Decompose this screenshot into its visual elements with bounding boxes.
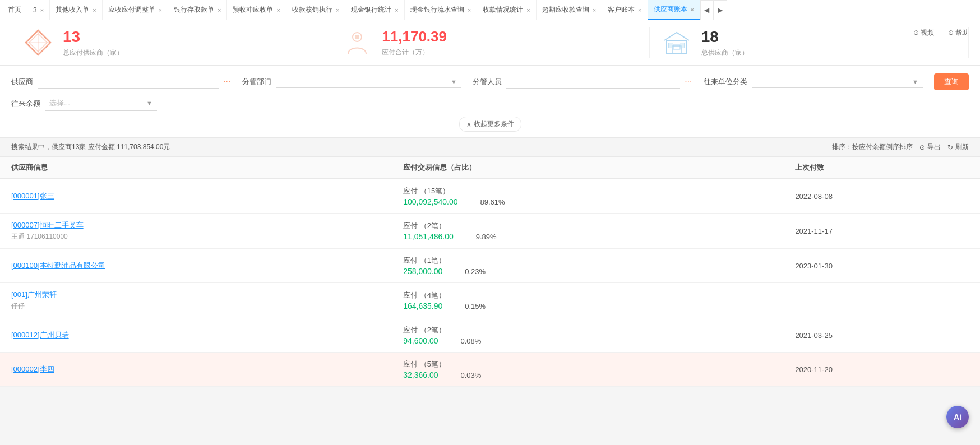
ap-label: 应付 （2笔） <box>403 325 773 335</box>
nav-tab-cash-flow-query[interactable]: 现金银行流水查询 × <box>405 0 477 20</box>
nav-tab-supplier-ledger-close[interactable]: × <box>691 6 694 13</box>
nav-tab-ar-ap-adjust-close[interactable]: × <box>159 7 162 13</box>
summary-card-ap-suppliers: 13 总应付供应商（家） <box>11 27 330 58</box>
result-actions: 排序：按应付余额倒序排序 ⊙ 导出 ↻ 刷新 <box>832 142 969 152</box>
export-button[interactable]: ⊙ 导出 <box>919 142 941 152</box>
nav-next-arrow[interactable]: ▶ <box>714 0 727 20</box>
nav-tab-customer-ledger[interactable]: 客户账本 × <box>602 0 648 20</box>
nav-tab-other-income[interactable]: 其他收入单 × <box>50 0 102 20</box>
supplier-dots[interactable]: ··· <box>223 77 230 87</box>
ap-amount[interactable]: 100,092,540.00 <box>403 197 457 206</box>
nav-tab-bank-deposit-close[interactable]: × <box>218 7 221 13</box>
summary-ap-suppliers-number: 13 <box>63 27 123 47</box>
ap-percent: 9.89% <box>476 233 497 241</box>
ap-amount[interactable]: 164,635.90 <box>403 302 442 310</box>
result-summary-text: 搜索结果中，供应商13家 应付金额 111,703,854.00元 <box>11 142 170 152</box>
supplier-link[interactable]: [000001]张三 <box>11 191 381 201</box>
nav-tab-customer-ledger-close[interactable]: × <box>638 7 641 13</box>
supplier-link[interactable]: [000007]恒旺二手叉车 <box>11 220 381 230</box>
last-payment-cell: 2023-01-30 <box>784 249 980 283</box>
balance-placeholder: 选择... <box>49 98 70 108</box>
supplier-link[interactable]: [000012]广州贝瑞 <box>11 330 381 340</box>
nav-tab-receipt-stat[interactable]: 收款情况统计 × <box>477 0 536 20</box>
store-icon <box>661 27 692 58</box>
ap-percent: 0.23% <box>465 267 486 276</box>
filter-category: 往来单位分类 ▼ <box>704 76 923 88</box>
nav-tab-ar-ap-adjust[interactable]: 应收应付调整单 × <box>103 0 168 20</box>
supplier-input[interactable] <box>38 75 219 89</box>
last-payment-date: 2022-08-08 <box>795 192 833 201</box>
diamond-icon <box>22 27 54 58</box>
ap-amount[interactable]: 258,000.00 <box>403 267 442 276</box>
summary-total-suppliers-info: 18 总供应商（家） <box>701 27 748 58</box>
nav-tab-overdue-ar[interactable]: 超期应收款查询 × <box>537 0 602 20</box>
nav-tab-ar-ap-adjust-label: 应收应付调整单 <box>108 5 155 15</box>
nav-tab-overdue-ar-label: 超期应收款查询 <box>542 5 589 15</box>
supplier-info-cell: [000007]恒旺二手叉车 王通 17106110000 <box>0 214 392 249</box>
ap-amount[interactable]: 94,600.00 <box>403 336 438 345</box>
nav-prev-arrow[interactable]: ◀ <box>700 0 714 20</box>
collapse-button[interactable]: ∧ 收起更多条件 <box>459 117 521 132</box>
play-icon: ⊙ <box>913 29 919 36</box>
ap-amount[interactable]: 11,051,486.00 <box>403 232 454 241</box>
supplier-info-cell: [000012]广州贝瑞 <box>0 318 392 353</box>
search-button[interactable]: 查询 <box>934 73 969 90</box>
balance-select[interactable]: 选择... ▼ <box>45 96 157 111</box>
person-icon <box>341 27 373 58</box>
nav-tab-cash-flow-query-close[interactable]: × <box>468 7 471 13</box>
result-bar: 搜索结果中，供应商13家 应付金额 111,703,854.00元 排序：按应付… <box>0 138 980 157</box>
nav-tab-prepay-ar-close[interactable]: × <box>276 7 280 13</box>
summary-ap-total-number: 11,170.39 <box>382 28 447 45</box>
summary-bar: 13 总应付供应商（家） 11,170.39 应付合计（万） <box>0 20 980 66</box>
person-dots[interactable]: ··· <box>685 77 692 87</box>
sort-label[interactable]: 排序：按应付余额倒序排序 <box>832 142 913 152</box>
nav-tab-cash-bank-stat[interactable]: 现金银行统计 × <box>345 0 404 20</box>
category-select[interactable]: ▼ <box>752 76 923 88</box>
last-payment-cell: 2021-11-17 <box>784 214 980 249</box>
svg-rect-11 <box>669 43 673 48</box>
ap-info-cell: 应付 （15笔） 100,092,540.00 89.61% <box>392 179 784 214</box>
refresh-button[interactable]: ↻ 刷新 <box>947 142 969 152</box>
nav-tab-receipt-verify-close[interactable]: × <box>336 7 339 13</box>
nav-tab-receipt-verify[interactable]: 收款核销执行 × <box>286 0 345 20</box>
nav-tab-other-income-label: 其他收入单 <box>56 5 89 15</box>
nav-tab-home[interactable]: 首页 <box>2 0 27 20</box>
nav-tab-cash-bank-stat-close[interactable]: × <box>395 7 398 13</box>
ap-info-cell: 应付 （5笔） 32,366.00 0.03% <box>392 353 784 387</box>
ap-label: 应付 （4笔） <box>403 290 773 300</box>
ap-info-cell: 应付 （1笔） 258,000.00 0.23% <box>392 249 784 283</box>
collapse-icon: ∧ <box>466 120 471 128</box>
nav-tab-bank-deposit-label: 银行存取款单 <box>174 5 214 15</box>
table-row: [000002]李四 应付 （5笔） 32,366.00 0.03% 2020-… <box>0 353 980 387</box>
nav-tab-other-income-close[interactable]: × <box>93 7 96 13</box>
summary-ap-suppliers-info: 13 总应付供应商（家） <box>63 27 123 58</box>
summary-ap-suppliers-label: 总应付供应商（家） <box>63 48 123 58</box>
data-table-container: 供应商信息 应付交易信息（占比） 上次付数 [000001]张三 应付 （15笔… <box>0 157 980 387</box>
dept-select[interactable]: ▼ <box>276 76 462 88</box>
person-input[interactable] <box>506 75 680 89</box>
nav-tab-receipt-stat-close[interactable]: × <box>526 7 530 13</box>
supplier-link[interactable]: [000002]李四 <box>11 364 381 374</box>
nav-tab-3-close[interactable]: × <box>40 7 44 13</box>
supplier-info-cell: [001]广州荣轩 仔仔 <box>0 283 392 318</box>
ap-label: 应付 （15笔） <box>403 186 773 196</box>
ap-label: 应付 （1笔） <box>403 256 773 266</box>
supplier-link[interactable]: [000100]本特勤油品有限公司 <box>11 261 381 271</box>
video-link[interactable]: ⊙ 视频 <box>913 27 934 38</box>
nav-tab-overdue-ar-close[interactable]: × <box>593 7 596 13</box>
ap-percent: 0.15% <box>465 302 486 310</box>
nav-tab-prepay-ar[interactable]: 预收冲应收单 × <box>227 0 286 20</box>
svg-rect-8 <box>673 45 680 49</box>
ap-amount[interactable]: 32,366.00 <box>403 370 438 379</box>
supplier-sub: 仔仔 <box>11 302 381 311</box>
nav-tab-home-label: 首页 <box>8 5 21 15</box>
top-navigation: 首页 3 × 其他收入单 × 应收应付调整单 × 银行存取款单 × 预收冲应收单… <box>0 0 980 20</box>
supplier-link[interactable]: [001]广州荣轩 <box>11 290 381 300</box>
nav-tab-supplier-ledger[interactable]: 供应商账本 × <box>648 0 700 20</box>
nav-tab-3[interactable]: 3 × <box>27 0 50 20</box>
dept-dropdown-arrow: ▼ <box>451 78 457 85</box>
table-row: [000001]张三 应付 （15笔） 100,092,540.00 89.61… <box>0 179 980 214</box>
nav-tab-bank-deposit[interactable]: 银行存取款单 × <box>168 0 227 20</box>
help-link[interactable]: ⊙ 帮助 <box>948 27 969 38</box>
filter-row-1: 供应商 ··· 分管部门 ▼ 分管人员 ··· 往来单位分类 ▼ 查询 <box>11 73 969 90</box>
